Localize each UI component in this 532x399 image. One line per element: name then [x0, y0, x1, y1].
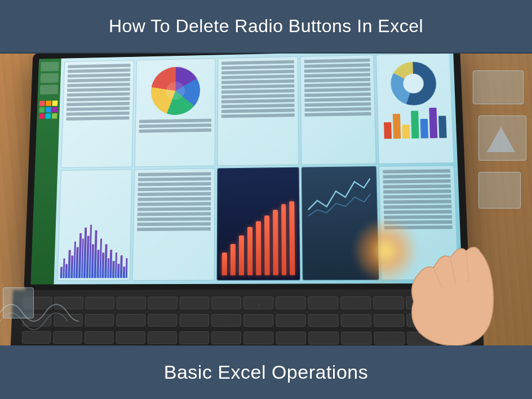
color-palette: [39, 100, 57, 119]
page-subtitle: Basic Excel Operations: [164, 361, 369, 383]
pie-chart-panel: [135, 58, 216, 167]
keyboard-key: [179, 331, 209, 344]
keyboard-key: [276, 331, 306, 344]
hologram-triangle-icon: [487, 127, 515, 152]
page-title: How To Delete Radio Buttons In Excel: [109, 16, 423, 36]
bar-chart-panel: [217, 167, 300, 281]
data-rows: [66, 64, 130, 121]
keyboard-key: [243, 314, 273, 327]
hologram-panel: [473, 70, 524, 104]
keyboard-key: [211, 296, 241, 309]
keyboard-key: [179, 314, 209, 327]
data-panel: [300, 55, 376, 165]
data-panel: [218, 56, 299, 166]
keyboard-key: [243, 296, 273, 309]
mini-bar: [438, 116, 447, 138]
keyboard-key: [308, 314, 339, 327]
keyboard-key: [148, 296, 178, 309]
hologram-panel: [478, 172, 521, 209]
color-swatch: [46, 101, 51, 107]
color-swatch: [52, 100, 58, 106]
keyboard-key: [211, 331, 241, 344]
sidebar-tool: [41, 61, 59, 71]
mini-bar-chart: [381, 107, 449, 141]
data-rows: [221, 60, 295, 118]
spark-bar: [117, 264, 119, 278]
sparkline-panel: [57, 169, 132, 281]
wave-overlay: [0, 290, 79, 335]
mini-bar: [384, 122, 392, 139]
keyboard-key: [276, 296, 305, 309]
data-rows: [304, 59, 371, 117]
data-panel: [132, 168, 215, 281]
color-swatch: [39, 107, 45, 113]
hand-graphic: [380, 234, 515, 347]
keyboard-key: [211, 314, 241, 327]
donut-chart-panel: [376, 54, 454, 164]
bar: [281, 204, 287, 275]
keyboard-key: [84, 331, 113, 344]
keyboard-key: [148, 331, 178, 344]
sidebar-tool: [40, 73, 59, 83]
line-chart-icon: [308, 172, 371, 222]
keyboard-key: [85, 314, 114, 326]
keyboard-key: [341, 314, 372, 327]
mini-bar: [429, 108, 437, 138]
keyboard-key: [276, 314, 306, 327]
mini-bar: [393, 114, 401, 139]
keyboard-key: [116, 314, 145, 327]
color-swatch: [52, 113, 57, 119]
spark-bar: [112, 261, 114, 278]
keyboard-key: [340, 296, 371, 309]
bar: [239, 236, 244, 276]
hero-illustration: [0, 54, 532, 352]
spark-bar: [60, 267, 63, 278]
spark-bar: [125, 258, 127, 278]
color-swatch: [45, 113, 51, 119]
sidebar-tool: [40, 85, 59, 94]
spark-bar: [123, 267, 125, 278]
keyboard-key: [85, 297, 114, 309]
keyboard-key: [341, 331, 372, 344]
color-swatch: [39, 113, 45, 119]
keyboard-key: [180, 296, 210, 309]
keyboard-key: [117, 296, 146, 309]
keyboard-key: [243, 331, 273, 344]
bar: [273, 210, 278, 275]
color-swatch: [39, 101, 45, 107]
footer-banner: Basic Excel Operations: [0, 345, 532, 399]
mini-bar: [420, 119, 428, 139]
color-swatch: [46, 107, 51, 113]
bar: [247, 227, 252, 276]
bar: [230, 244, 236, 276]
bar: [264, 215, 269, 275]
keyboard-key: [148, 314, 178, 327]
color-swatch: [52, 107, 57, 113]
keyboard-key: [308, 331, 339, 344]
mini-bar: [402, 125, 410, 139]
keyboard-key: [308, 296, 338, 309]
data-rows: [139, 119, 212, 133]
data-panel: [61, 60, 135, 168]
mini-bar: [411, 111, 419, 139]
bar: [290, 201, 295, 275]
data-rows: [138, 172, 211, 231]
pie-chart-icon: [151, 66, 201, 116]
bar: [256, 221, 261, 276]
header-banner: How To Delete Radio Buttons In Excel: [0, 0, 532, 54]
donut-chart-icon: [391, 61, 437, 106]
bar: [222, 252, 227, 275]
keyboard-key: [116, 331, 145, 344]
